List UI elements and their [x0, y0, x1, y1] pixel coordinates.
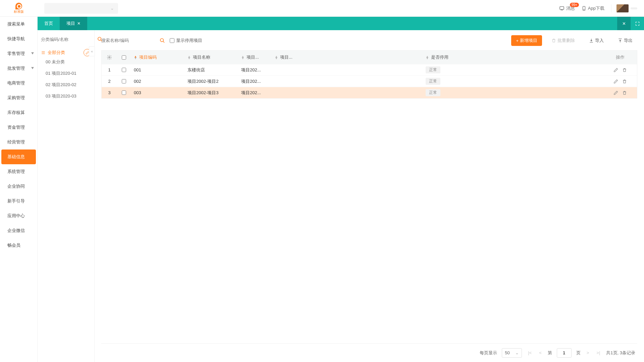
batch-delete-button[interactable]: 批量删除 — [547, 35, 580, 46]
app-download-link[interactable]: App下载 — [582, 5, 604, 11]
phone-icon — [582, 6, 586, 11]
username[interactable] — [631, 7, 637, 9]
table-header: ▲▼ 项目编码 ▲▼ 项目名称 ▲▼ 项目... ▲▼ 项目... ▲▼ 是 — [102, 51, 637, 64]
prev-page-button[interactable]: < — [538, 350, 543, 355]
row-checkbox[interactable] — [122, 90, 126, 95]
row-checkbox[interactable] — [122, 79, 126, 83]
nav-item-label: 采购管理 — [7, 95, 25, 101]
page-suffix: 页 — [576, 350, 581, 356]
messages-link[interactable]: 消息 99+ — [559, 5, 575, 11]
main-panel: 显示停用项目 + 新增项目 批量删除 导入 — [95, 30, 644, 362]
category-search — [41, 34, 91, 44]
nav-item-label: 库存核算 — [7, 110, 25, 116]
delete-icon[interactable] — [622, 90, 627, 95]
avatar[interactable] — [616, 4, 629, 12]
import-icon — [589, 38, 594, 43]
nav-item[interactable]: 搜索菜单 — [0, 17, 37, 32]
per-page-value: 50 — [505, 350, 509, 355]
show-disabled-checkbox[interactable]: 显示停用项目 — [170, 38, 202, 44]
edit-icon[interactable] — [613, 90, 618, 95]
top-bar: 标准版 ⌄ 消息 99+ App下载 — [0, 0, 644, 17]
nav-item[interactable]: 采购管理 — [0, 90, 37, 105]
nav-item-label: 畅会员 — [7, 242, 20, 248]
list-icon — [41, 50, 46, 55]
next-page-button[interactable]: > — [585, 350, 591, 355]
sort-icon: ▲▼ — [241, 56, 245, 59]
per-page-select[interactable]: 50 ⌄ — [502, 348, 522, 358]
data-table: ▲▼ 项目编码 ▲▼ 项目名称 ▲▼ 项目... ▲▼ 项目... ▲▼ 是 — [101, 50, 637, 99]
cell-actions — [603, 90, 637, 95]
table-row[interactable]: 3003项目2002-项目3项目202...正常 — [102, 87, 637, 98]
nav-item[interactable]: 应用中心 — [0, 208, 37, 223]
edit-icon[interactable] — [613, 79, 618, 84]
nav-item[interactable]: 畅会员 — [0, 238, 37, 253]
col-4[interactable]: ▲▼ 项目... — [271, 54, 422, 60]
tab-home[interactable]: 首页 — [38, 17, 60, 30]
delete-icon[interactable] — [622, 79, 627, 84]
category-item[interactable]: 00 未分类 — [41, 56, 91, 68]
logo-icon — [15, 3, 22, 9]
sort-icon: ▲▼ — [187, 56, 191, 59]
page-summary: 共1页, 3条记录 — [606, 350, 635, 356]
tab-project[interactable]: 项目 ✕ — [60, 17, 87, 30]
category-root[interactable]: 全部分类 — [41, 49, 91, 56]
nav-item[interactable]: 新手引导 — [0, 194, 37, 208]
org-selector[interactable]: ⌄ — [44, 3, 118, 14]
search-icon[interactable] — [97, 37, 103, 42]
delete-icon[interactable] — [622, 68, 627, 72]
main-search-input[interactable] — [101, 38, 160, 43]
row-select — [117, 79, 130, 83]
table-row[interactable]: 2002项目2002-项目2项目202...正常 — [102, 75, 637, 87]
nav-item-label: 系统管理 — [7, 169, 25, 175]
page-input[interactable] — [557, 348, 572, 358]
tab-project-label: 项目 — [66, 20, 75, 26]
main-search — [101, 38, 165, 44]
nav-item[interactable]: 企业微信 — [0, 223, 37, 238]
col-3[interactable]: ▲▼ 项目... — [238, 54, 271, 60]
nav-item[interactable]: 经营管理 — [0, 135, 37, 149]
nav-item[interactable]: 系统管理 — [0, 164, 37, 179]
select-all-checkbox[interactable] — [122, 55, 126, 60]
export-button[interactable]: 导出 — [613, 35, 637, 46]
last-page-button[interactable]: >| — [595, 350, 601, 355]
fullscreen-icon[interactable] — [631, 17, 644, 30]
chevron-down-icon: ⌄ — [110, 6, 114, 11]
nav-item[interactable]: 资金管理 — [0, 120, 37, 135]
collapse-panel-icon[interactable]: « — [89, 46, 95, 56]
nav-item-label: 电商管理 — [7, 80, 25, 86]
col-3-label: 项目... — [247, 54, 259, 60]
category-item[interactable]: 02 项目2020-02 — [41, 79, 91, 90]
nav-item[interactable]: 库存核算 — [0, 105, 37, 120]
settings-column[interactable] — [102, 55, 117, 60]
first-page-button[interactable]: |< — [527, 350, 533, 355]
import-button[interactable]: 导入 — [584, 35, 608, 46]
add-project-button[interactable]: + 新增项目 — [511, 35, 542, 46]
nav-item-label: 经营管理 — [7, 139, 25, 145]
sort-icon: ▲▼ — [275, 56, 278, 59]
category-item[interactable]: 03 项目2020-03 — [41, 90, 91, 102]
search-icon[interactable] — [160, 38, 165, 43]
cell-c3: 项目202... — [238, 90, 271, 96]
nav-item[interactable]: 快捷导航 — [0, 32, 37, 46]
nav-item[interactable]: 企业协同 — [0, 179, 37, 194]
nav-item[interactable]: 电商管理 — [0, 76, 37, 90]
category-search-input[interactable] — [41, 37, 97, 42]
col-status[interactable]: ▲▼ 是否停用 — [422, 54, 466, 60]
nav-item[interactable]: 基础信息 — [1, 149, 36, 164]
col-code[interactable]: ▲▼ 项目编码 — [130, 54, 184, 60]
tab-close-all[interactable]: ✕ — [617, 17, 631, 30]
left-nav: 搜索菜单快捷导航零售管理批发管理电商管理采购管理库存核算资金管理经营管理基础信息… — [0, 17, 38, 362]
import-label: 导入 — [595, 38, 604, 44]
caret-icon — [31, 67, 34, 70]
nav-item-label: 基础信息 — [7, 154, 25, 160]
edit-icon[interactable] — [613, 68, 618, 72]
nav-item[interactable]: 零售管理 — [0, 46, 37, 61]
table-row[interactable]: 1001东楼街店项目202...正常 — [102, 64, 637, 75]
show-disabled-input[interactable] — [170, 38, 174, 43]
col-name[interactable]: ▲▼ 项目名称 — [184, 54, 238, 60]
row-checkbox[interactable] — [122, 68, 126, 72]
nav-item[interactable]: 批发管理 — [0, 61, 37, 76]
close-icon[interactable]: ✕ — [77, 21, 80, 26]
category-panel: 全部分类 00 未分类01 项目2020-0102 项目2020-0203 项目… — [38, 30, 95, 362]
category-item[interactable]: 01 项目2020-01 — [41, 68, 91, 79]
